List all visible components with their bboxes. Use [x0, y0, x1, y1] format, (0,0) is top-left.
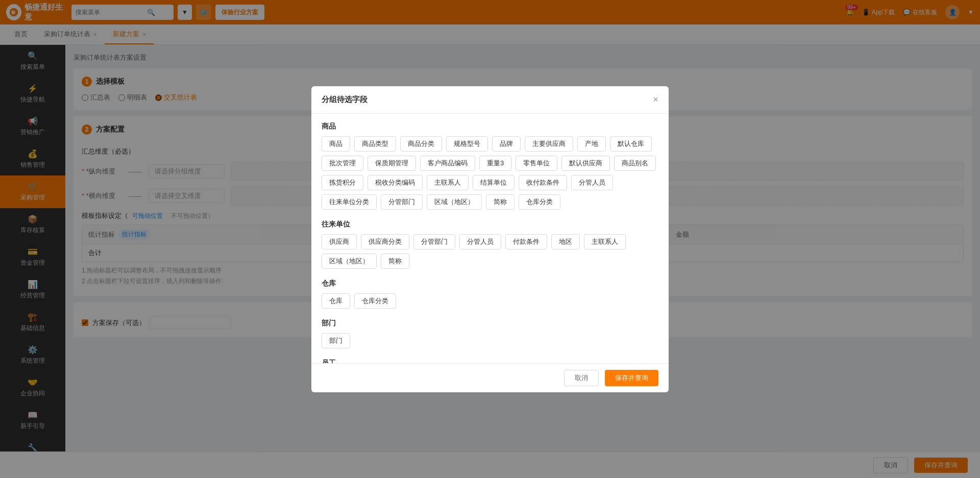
field-tag-counterpart-8[interactable]: 简称 [381, 254, 409, 269]
field-group-department: 部门 部门 [322, 319, 658, 348]
modal-confirm-button[interactable]: 保存并查询 [605, 370, 658, 386]
field-tag-product-8[interactable]: 批次管理 [322, 156, 363, 171]
field-tag-product-9[interactable]: 保质期管理 [368, 156, 416, 171]
field-tag-product-18[interactable]: 结算单位 [473, 175, 514, 190]
field-tag-product-7[interactable]: 默认仓库 [610, 136, 652, 152]
field-tag-product-22[interactable]: 分管部门 [381, 194, 423, 210]
field-tag-counterpart-1[interactable]: 供应商分类 [361, 234, 409, 249]
field-group-product: 商品 商品 商品类型 商品分类 规格型号 品牌 主要供应商 产地 默认仓库 批次… [322, 122, 658, 210]
modal-footer: 取消 保存并查询 [311, 363, 669, 392]
field-tag-product-10[interactable]: 客户商品编码 [420, 156, 475, 171]
field-tag-product-4[interactable]: 品牌 [492, 136, 521, 152]
field-tag-department-0[interactable]: 部门 [322, 333, 350, 348]
field-tag-product-11[interactable]: 重量3 [479, 156, 511, 171]
field-group-warehouse: 仓库 仓库 仓库分类 [322, 279, 658, 309]
field-tag-product-16[interactable]: 税收分类编码 [368, 175, 423, 190]
field-tag-product-20[interactable]: 分管人员 [571, 175, 613, 190]
field-tag-counterpart-4[interactable]: 付款条件 [505, 234, 547, 249]
field-tag-product-14[interactable]: 商品别名 [614, 156, 656, 171]
field-group-employee-title: 员工 [322, 359, 658, 363]
field-group-employee: 员工 业务员 [322, 359, 658, 363]
field-group-counterpart-title: 往来单位 [322, 220, 658, 229]
modal-overlay[interactable]: 分组待选字段 × 商品 商品 商品类型 商品分类 规格型号 品牌 主要供应商 产… [0, 0, 980, 478]
field-tags-product: 商品 商品类型 商品分类 规格型号 品牌 主要供应商 产地 默认仓库 批次管理 … [322, 136, 658, 210]
field-tag-product-2[interactable]: 商品分类 [400, 136, 442, 152]
modal-header: 分组待选字段 × [311, 86, 669, 114]
modal-body: 商品 商品 商品类型 商品分类 规格型号 品牌 主要供应商 产地 默认仓库 批次… [311, 114, 669, 363]
field-tag-counterpart-0[interactable]: 供应商 [322, 234, 357, 249]
field-group-warehouse-title: 仓库 [322, 279, 658, 288]
field-tag-counterpart-7[interactable]: 区域（地区） [322, 254, 377, 269]
field-tag-counterpart-5[interactable]: 地区 [551, 234, 580, 249]
field-tag-product-24[interactable]: 简称 [486, 194, 514, 210]
field-group-department-title: 部门 [322, 319, 658, 328]
field-tags-department: 部门 [322, 333, 658, 348]
modal-cancel-button[interactable]: 取消 [564, 370, 599, 386]
field-tag-product-19[interactable]: 收付款条件 [519, 175, 567, 190]
field-tag-counterpart-3[interactable]: 分管人员 [459, 234, 501, 249]
field-tag-counterpart-2[interactable]: 分管部门 [413, 234, 455, 249]
modal-title: 分组待选字段 [322, 95, 368, 105]
field-tag-product-5[interactable]: 主要供应商 [525, 136, 573, 152]
field-tags-warehouse: 仓库 仓库分类 [322, 293, 658, 309]
field-tag-warehouse-1[interactable]: 仓库分类 [354, 293, 396, 309]
field-tag-product-23[interactable]: 区域（地区） [427, 194, 482, 210]
field-tag-product-6[interactable]: 产地 [577, 136, 606, 152]
field-tag-warehouse-0[interactable]: 仓库 [322, 293, 350, 309]
field-group-product-title: 商品 [322, 122, 658, 131]
field-tag-product-3[interactable]: 规格型号 [446, 136, 488, 152]
field-tag-product-12[interactable]: 零售单位 [516, 156, 557, 171]
field-group-counterpart: 往来单位 供应商 供应商分类 分管部门 分管人员 付款条件 地区 主联系人 区域… [322, 220, 658, 269]
field-tag-product-1[interactable]: 商品类型 [354, 136, 396, 152]
field-tag-counterpart-6[interactable]: 主联系人 [584, 234, 626, 249]
field-tags-counterpart: 供应商 供应商分类 分管部门 分管人员 付款条件 地区 主联系人 区域（地区） … [322, 234, 658, 269]
field-tag-product-17[interactable]: 主联系人 [427, 175, 469, 190]
modal-close-button[interactable]: × [653, 94, 658, 105]
field-tag-product-21[interactable]: 往来单位分类 [322, 194, 377, 210]
field-tag-product-15[interactable]: 拣货积分 [322, 175, 363, 190]
field-tag-product-13[interactable]: 默认供应商 [561, 156, 610, 171]
field-select-modal: 分组待选字段 × 商品 商品 商品类型 商品分类 规格型号 品牌 主要供应商 产… [311, 86, 669, 392]
field-tag-product-0[interactable]: 商品 [322, 136, 350, 152]
field-tag-product-25[interactable]: 仓库分类 [519, 194, 560, 210]
